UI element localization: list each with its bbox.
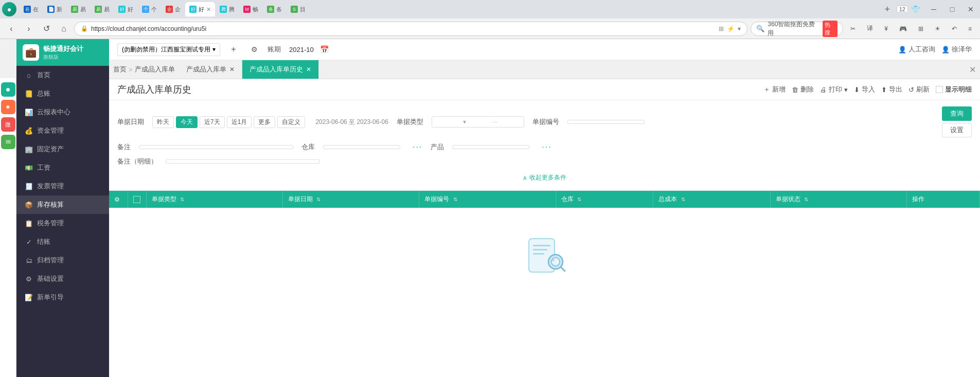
sidebar-item-basic[interactable]: ⚙ 基础设置: [16, 270, 109, 288]
tab-history-close[interactable]: ✕: [306, 66, 311, 73]
filter-settings-button[interactable]: 设置: [942, 123, 972, 137]
sidebar-item-newbill[interactable]: 📝 新单引导: [16, 288, 109, 307]
close-button[interactable]: ✕: [964, 2, 978, 16]
history-button[interactable]: ↶: [948, 22, 961, 36]
addr-dropdown-icon[interactable]: ▾: [738, 25, 741, 32]
date-btn-yesterday[interactable]: 昨天: [152, 116, 174, 128]
sidebar-item-settle[interactable]: ✓ 结账: [16, 232, 109, 251]
company-name: (勿删勿禁用）江西服宝测试专用: [122, 45, 210, 54]
tab-5[interactable]: 好 好: [114, 2, 137, 16]
tab-3[interactable]: 易 易: [67, 2, 90, 16]
new-tab-button[interactable]: +: [880, 2, 895, 16]
sidebar-item-tax[interactable]: 📋 税务管理: [16, 214, 109, 232]
bill-type-select[interactable]: ▾ ···: [432, 116, 524, 128]
translate-button[interactable]: 译: [863, 22, 877, 36]
home-button[interactable]: ⌂: [57, 22, 71, 36]
tab-4[interactable]: 易 易: [91, 2, 114, 16]
app-icon-orange[interactable]: ★: [1, 100, 15, 114]
tab-history-page[interactable]: 产成品入库单历史 ✕: [242, 60, 319, 79]
th-gear[interactable]: ⚙: [109, 191, 128, 208]
th-bill-type[interactable]: 单据类型 ⇅: [146, 191, 282, 208]
select-all-checkbox[interactable]: [133, 196, 140, 203]
sidebar-item-basic-label: 基础设置: [37, 274, 64, 283]
back-button[interactable]: ‹: [4, 22, 19, 36]
tab-8-close[interactable]: ✕: [206, 6, 211, 13]
reload-button[interactable]: ↺: [39, 22, 54, 36]
add-company-button[interactable]: +: [226, 42, 241, 57]
settings-icon[interactable]: ⚙: [247, 42, 261, 57]
sidebar-item-funds[interactable]: 💰 资金管理: [16, 121, 109, 140]
sidebar-item-archive[interactable]: 🗂 归档管理: [16, 251, 109, 270]
th-check[interactable]: [128, 191, 146, 208]
query-button[interactable]: 查询: [942, 106, 972, 121]
tab-6[interactable]: 个 个: [138, 2, 161, 16]
yuan-button[interactable]: ¥: [880, 22, 892, 36]
remark-input[interactable]: [139, 145, 293, 149]
print-button[interactable]: 🖨 打印 ▾: [820, 85, 848, 94]
scissors-button[interactable]: ✂: [846, 22, 860, 36]
date-btn-7days[interactable]: 近7天: [200, 116, 225, 128]
export-button[interactable]: ⬆ 导出: [881, 85, 902, 94]
brightness-button[interactable]: ☀: [931, 22, 945, 36]
warehouse-dots[interactable]: ···: [413, 142, 422, 152]
date-btn-more[interactable]: 更多: [254, 116, 275, 128]
sidebar-item-reports[interactable]: 📊 云报表中心: [16, 103, 109, 121]
panel-close-button[interactable]: ✕: [969, 65, 980, 75]
breadcrumb-home[interactable]: 首页: [113, 65, 127, 74]
menu-button[interactable]: ≡: [964, 22, 976, 36]
app-icon-main[interactable]: ●: [1, 82, 15, 97]
tab-1[interactable]: 在 在: [20, 2, 43, 16]
collapse-button[interactable]: ∧ 收起更多条件: [523, 173, 566, 182]
user-account-button[interactable]: 👤 徐泽华: [941, 45, 972, 54]
tab-9[interactable]: 腾 腾: [216, 2, 239, 16]
sidebar-item-payroll[interactable]: 💵 工资: [16, 158, 109, 177]
sidebar-item-invoice[interactable]: 🧾 发票管理: [16, 177, 109, 195]
period-calendar-icon[interactable]: 📅: [320, 45, 329, 53]
tab-8[interactable]: 好 好 ✕: [185, 2, 215, 16]
tab-7[interactable]: 企 企: [162, 2, 185, 16]
product-dots[interactable]: ···: [542, 142, 551, 152]
warehouse-input[interactable]: [323, 145, 400, 149]
th-warehouse[interactable]: 仓库 ⇅: [556, 191, 653, 208]
date-btn-1month[interactable]: 近1月: [227, 116, 252, 128]
th-bill-number[interactable]: 单据编号 ⇅: [419, 191, 556, 208]
grid-view-button[interactable]: ⊞: [914, 22, 928, 36]
tab-list-page[interactable]: 产成品入库单 ✕: [179, 60, 242, 79]
tab-11[interactable]: 各 各: [263, 2, 286, 16]
forward-button[interactable]: ›: [22, 22, 36, 36]
tab-list-close[interactable]: ✕: [229, 66, 235, 73]
th-total-cost[interactable]: 总成本 ⇅: [653, 191, 771, 208]
date-btn-custom[interactable]: 自定义: [277, 116, 305, 128]
import-button[interactable]: ⬇ 导入: [854, 85, 875, 94]
product-input[interactable]: [452, 145, 529, 149]
tab-10[interactable]: M 畅: [239, 2, 262, 16]
minimize-button[interactable]: ─: [926, 2, 941, 16]
sidebar-item-inventory[interactable]: 📦 库存核算: [16, 195, 109, 214]
sidebar-item-assets[interactable]: 🏢 固定资产: [16, 140, 109, 158]
company-selector[interactable]: (勿删勿禁用）江西服宝测试专用 ▾: [117, 43, 220, 56]
tab-12[interactable]: S 目: [287, 2, 310, 16]
game-button[interactable]: 🎮: [895, 22, 911, 36]
search-box[interactable]: 🔍 360智能抠图免费用 热搜: [751, 22, 843, 36]
date-btn-today[interactable]: 今天: [176, 116, 198, 128]
app-icon-email[interactable]: ✉: [1, 135, 15, 149]
show-detail-checkbox[interactable]: [936, 86, 943, 93]
period-label: 账期: [268, 45, 281, 54]
refresh-button[interactable]: ↺ 刷新: [908, 85, 930, 94]
human-service-button[interactable]: 👤 人工咨询: [898, 45, 935, 54]
sidebar-item-ledger[interactable]: 📒 总账: [16, 84, 109, 103]
sidebar-item-home[interactable]: ⌂ 首页: [16, 66, 109, 84]
app-icon-weibo[interactable]: 微: [1, 117, 15, 132]
bill-number-input[interactable]: [567, 120, 645, 124]
tab-2[interactable]: 📄 新: [43, 2, 66, 16]
detail-remark-input[interactable]: [166, 159, 320, 164]
address-input[interactable]: 🔒 https://cloud.chanjet.com/accounting/u…: [74, 22, 747, 36]
shirt-icon[interactable]: 👕: [908, 2, 922, 16]
th-bill-date[interactable]: 单据日期 ⇅: [282, 191, 419, 208]
maximize-button[interactable]: □: [945, 2, 959, 16]
delete-button[interactable]: 🗑 删除: [792, 85, 814, 94]
tax-nav-icon: 📋: [25, 219, 33, 227]
th-bill-status[interactable]: 单据状态 ⇅: [771, 191, 907, 208]
new-button[interactable]: ＋ 新增: [763, 85, 786, 94]
content-area: (勿删勿禁用）江西服宝测试专用 ▾ + ⚙ 账期 2021-10 📅 👤 人工咨…: [109, 39, 980, 377]
